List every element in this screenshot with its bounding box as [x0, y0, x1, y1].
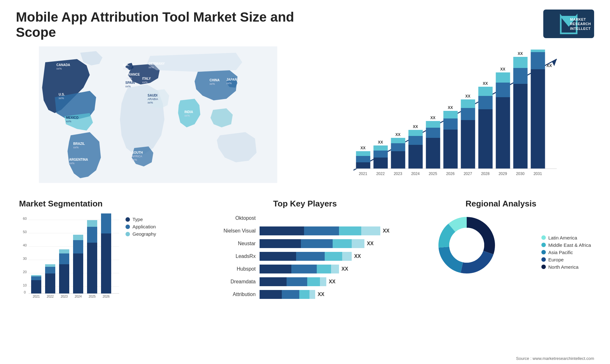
- player-xx-dreamdata: XX: [329, 279, 336, 285]
- legend-application-dot: [125, 225, 130, 229]
- svg-text:XX: XX: [360, 146, 365, 150]
- svg-rect-83: [513, 68, 528, 84]
- svg-rect-72: [478, 109, 493, 169]
- svg-text:U.K.: U.K.: [123, 63, 130, 67]
- svg-rect-117: [59, 249, 69, 253]
- svg-rect-38: [356, 156, 370, 162]
- player-row-oktopost: Oktopost: [215, 213, 395, 223]
- svg-text:2024: 2024: [411, 172, 420, 176]
- player-bar-leadsrx: XX: [260, 252, 395, 261]
- svg-rect-87: [531, 69, 545, 169]
- segmentation-legend: Type Application Geography: [125, 217, 156, 237]
- svg-text:2023: 2023: [394, 172, 402, 176]
- key-players-section: Top Key Players Oktopost Nielsen Visual …: [212, 196, 398, 306]
- svg-text:ARABIA: ARABIA: [148, 98, 158, 101]
- svg-rect-69: [461, 99, 475, 108]
- svg-text:10: 10: [23, 283, 27, 287]
- svg-text:2030: 2030: [516, 172, 525, 176]
- svg-text:JAPAN: JAPAN: [227, 78, 237, 81]
- svg-rect-107: [31, 280, 41, 293]
- player-xx-leadsrx: XX: [354, 253, 361, 259]
- svg-rect-74: [478, 87, 493, 96]
- donut-chart: [435, 213, 511, 290]
- svg-rect-59: [426, 121, 440, 128]
- svg-text:XX: XX: [465, 94, 470, 98]
- svg-rect-112: [45, 267, 55, 273]
- svg-rect-53: [409, 136, 423, 145]
- legend-type: Type: [125, 217, 156, 222]
- player-name-oktopost: Oktopost: [215, 215, 260, 221]
- svg-text:xx%: xx%: [73, 146, 79, 149]
- svg-text:2031: 2031: [533, 172, 542, 176]
- svg-text:xx%: xx%: [57, 67, 62, 70]
- svg-text:2022: 2022: [376, 172, 385, 176]
- svg-text:40: 40: [23, 243, 27, 247]
- legend-mea: Middle East & Africa: [541, 242, 591, 248]
- svg-text:xx%: xx%: [125, 85, 131, 88]
- player-xx-hubspot: XX: [342, 266, 348, 272]
- svg-text:SAUDI: SAUDI: [148, 94, 158, 97]
- player-row-dreamdata: Dreamdata XX: [215, 277, 395, 286]
- svg-text:XX: XX: [448, 105, 453, 110]
- svg-rect-77: [496, 97, 510, 169]
- svg-text:2028: 2028: [481, 172, 490, 176]
- svg-rect-127: [101, 233, 111, 293]
- svg-text:SPAIN: SPAIN: [125, 81, 135, 84]
- svg-text:0: 0: [24, 290, 26, 294]
- svg-text:2026: 2026: [103, 295, 110, 298]
- svg-rect-78: [496, 83, 510, 97]
- player-xx-nielsen: XX: [383, 228, 390, 234]
- svg-rect-120: [73, 240, 83, 253]
- player-row-hubspot: Hubspot XX: [215, 264, 395, 274]
- svg-text:MEXICO: MEXICO: [66, 116, 79, 119]
- svg-rect-119: [73, 253, 83, 293]
- svg-rect-128: [101, 213, 111, 233]
- legend-type-dot: [125, 217, 130, 222]
- svg-text:XX: XX: [378, 140, 383, 145]
- svg-rect-48: [391, 143, 405, 151]
- svg-text:INDIA: INDIA: [185, 110, 193, 114]
- donut-svg: [435, 213, 498, 277]
- svg-rect-125: [87, 220, 97, 227]
- world-map-svg: CANADA xx% U.S. xx% MEXICO xx% BRAZIL xx…: [16, 46, 300, 183]
- svg-rect-43: [374, 151, 388, 158]
- svg-text:XX: XX: [518, 51, 523, 56]
- svg-rect-84: [513, 57, 528, 68]
- svg-rect-42: [374, 158, 388, 169]
- player-bar-nielsen: XX: [260, 226, 395, 236]
- svg-text:xx%: xx%: [132, 158, 137, 161]
- svg-rect-37: [356, 162, 370, 169]
- svg-text:2023: 2023: [61, 295, 68, 298]
- player-row-leadsrx: LeadsRx XX: [215, 252, 395, 261]
- logo-text: MARKET RESEARCH INTELLECT: [570, 17, 591, 31]
- player-row-attribution: Attribution XX: [215, 290, 395, 299]
- legend-north-america-dot: [541, 265, 546, 269]
- page-container: Mobile App Attribution Tool Market Size …: [0, 0, 610, 364]
- svg-text:XX: XX: [546, 63, 552, 68]
- svg-text:U.S.: U.S.: [59, 93, 65, 96]
- player-xx-attribution: XX: [318, 292, 324, 297]
- svg-rect-121: [73, 235, 83, 240]
- player-name-hubspot: Hubspot: [215, 266, 260, 272]
- svg-text:CANADA: CANADA: [57, 63, 70, 67]
- legend-geography-dot: [125, 232, 130, 236]
- svg-rect-82: [513, 84, 528, 169]
- svg-text:2026: 2026: [446, 172, 455, 176]
- legend-geography: Geography: [125, 231, 156, 237]
- legend-europe: Europe: [541, 257, 591, 262]
- svg-rect-39: [356, 151, 370, 156]
- logo-box: MARKET RESEARCH INTELLECT: [543, 10, 594, 38]
- legend-latin-dot: [541, 235, 546, 240]
- svg-rect-73: [478, 96, 493, 109]
- svg-text:XX: XX: [483, 81, 488, 86]
- svg-text:30: 30: [23, 257, 27, 260]
- player-bar-attribution: XX: [260, 290, 395, 299]
- svg-text:2025: 2025: [89, 295, 96, 298]
- growth-chart-svg: XX 2021 XX 2022 XX 2023 XX 2024: [313, 50, 591, 186]
- svg-text:XX: XX: [395, 132, 400, 137]
- player-row-neustar: Neustar XX: [215, 239, 395, 248]
- svg-rect-89: [531, 50, 545, 52]
- svg-text:AFRICA: AFRICA: [132, 155, 142, 158]
- svg-rect-64: [444, 111, 458, 118]
- player-name-nielsen: Nielsen Visual: [215, 228, 260, 234]
